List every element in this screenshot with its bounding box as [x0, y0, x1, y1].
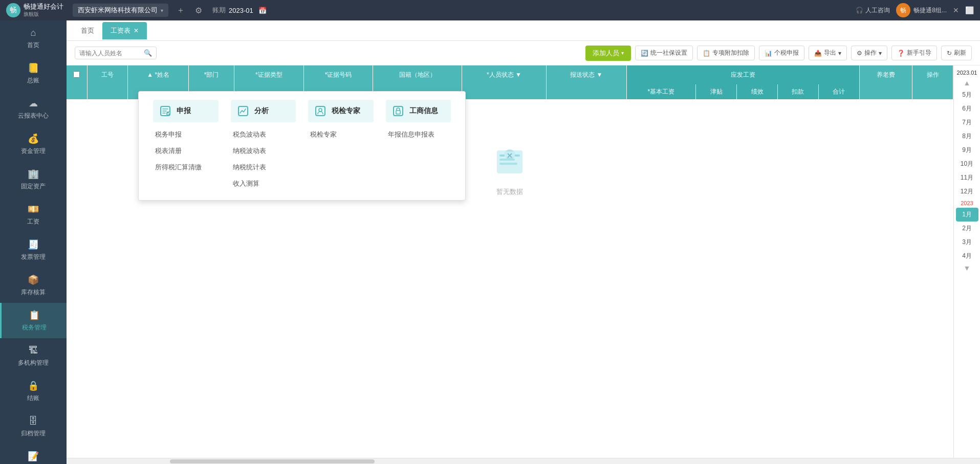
- menu-income-tax[interactable]: 所得税汇算清缴: [153, 159, 219, 175]
- export-arrow-icon: ▾: [838, 50, 841, 57]
- month-item-11[interactable]: 11月: [956, 171, 978, 185]
- sidebar-label-close: 结账: [27, 394, 39, 403]
- menu-tax-expert[interactable]: 税检专家: [308, 126, 374, 143]
- cat-header-declaration: 申报: [153, 100, 219, 122]
- category-analysis: 分析 税负波动表 纳税波动表 纳税统计表 收入测算: [225, 100, 302, 192]
- export-button[interactable]: 📤 导出 ▾: [809, 46, 847, 60]
- category-business: 工商信息 年报信息申报表: [380, 100, 458, 192]
- menu-tax-declaration[interactable]: 税务申报: [153, 126, 219, 143]
- menu-income-estimate[interactable]: 收入测算: [231, 175, 296, 192]
- tax-icon: 📋: [28, 309, 40, 321]
- month-item-2[interactable]: 2月: [956, 222, 978, 235]
- th-id: 工号: [87, 65, 128, 84]
- inventory-icon: 📦: [27, 274, 39, 286]
- sidebar-item-payroll[interactable]: 💴 工资: [0, 197, 67, 232]
- sidebar-item-xiaochang[interactable]: 📝 小畅报销: [0, 444, 67, 464]
- month-item-6[interactable]: 6月: [956, 102, 978, 116]
- refresh-button[interactable]: ↻ 刷新: [941, 46, 972, 60]
- cat-title-business: 工商信息: [409, 106, 438, 116]
- sidebar-item-archive[interactable]: 🗄 归档管理: [0, 409, 67, 444]
- deduction-icon: 📋: [703, 50, 710, 57]
- expense-icon: 📝: [27, 450, 39, 462]
- th-report-status[interactable]: 报送状态 ▼: [547, 65, 626, 84]
- cat-title-declaration: 申报: [177, 106, 191, 116]
- chevron-down-icon: ▾: [161, 8, 163, 13]
- calendar-icon[interactable]: 📅: [256, 5, 269, 16]
- payroll-icon: 💴: [27, 203, 39, 215]
- date-down-icon[interactable]: ▼: [963, 263, 972, 273]
- sidebar-label-inventory: 库存核算: [21, 288, 46, 297]
- th-id-no: *证据号码: [303, 65, 373, 84]
- horizontal-scrollbar[interactable]: [67, 458, 980, 464]
- month-item-9[interactable]: 9月: [956, 143, 978, 157]
- tab-payroll-table[interactable]: 工资表 ✕: [102, 22, 147, 39]
- svg-rect-3: [499, 163, 517, 165]
- maximize-icon[interactable]: ⬜: [965, 6, 974, 14]
- refresh-icon: ↻: [947, 50, 952, 57]
- sidebar-item-home[interactable]: ⌂ 首页: [0, 20, 67, 56]
- th-dept: *部门: [189, 65, 234, 84]
- company-selector[interactable]: 西安虾米网络科技有限公司 ▾: [73, 4, 168, 17]
- sidebar-item-funds[interactable]: 💰 资金管理: [0, 126, 67, 162]
- sidebar-item-close[interactable]: 🔒 结账: [0, 373, 67, 409]
- sidebar-item-fixed[interactable]: 🏢 固定资产: [0, 162, 67, 197]
- menu-annual-report[interactable]: 年报信息申报表: [386, 126, 451, 143]
- sidebar-item-multi[interactable]: 🏗 多机构管理: [0, 338, 67, 373]
- th-name[interactable]: ▲ *姓名: [128, 65, 189, 84]
- sidebar-item-invoice[interactable]: 🧾 发票管理: [0, 232, 67, 268]
- search-input[interactable]: [79, 50, 141, 57]
- empty-illustration: [489, 140, 530, 181]
- close-window-icon[interactable]: ✕: [953, 6, 959, 14]
- table-container: 工号 ▲ *姓名 *部门 *证据类型: [67, 65, 953, 458]
- special-deduction-button[interactable]: 📋 专项附加扣除: [697, 46, 755, 60]
- individual-tax-button[interactable]: 📊 个税申报: [759, 46, 804, 60]
- add-icon[interactable]: ＋: [175, 3, 187, 18]
- social-insurance-label: 统一社保设置: [650, 49, 687, 57]
- sidebar-label-tax: 税务管理: [22, 323, 47, 332]
- guide-label: 新手引导: [907, 49, 931, 57]
- cat-header-analysis: 分析: [231, 100, 296, 122]
- sidebar-item-cloud[interactable]: ☁ 云报表中心: [0, 91, 67, 126]
- scroll-thumb[interactable]: [170, 459, 375, 463]
- month-item-5[interactable]: 5月: [956, 88, 978, 102]
- th-status[interactable]: *人员状态 ▼: [462, 65, 546, 84]
- date-up-icon[interactable]: ▲: [963, 78, 972, 88]
- menu-tax-change[interactable]: 纳税波动表: [231, 143, 296, 159]
- sidebar-item-inventory[interactable]: 📦 库存核算: [0, 268, 67, 303]
- th-sub-rstat: [547, 84, 626, 99]
- month-item-12[interactable]: 12月: [956, 185, 978, 198]
- month-item-4[interactable]: 4月: [956, 249, 978, 263]
- service-btn[interactable]: 🎧 人工咨询: [856, 6, 890, 15]
- social-insurance-button[interactable]: 🔄 统一社保设置: [635, 46, 693, 60]
- operations-button[interactable]: ⚙ 操作 ▾: [851, 46, 887, 60]
- sync-icon: 🔄: [641, 50, 648, 57]
- menu-tax-stat[interactable]: 纳税统计表: [231, 159, 296, 175]
- tab-home[interactable]: 首页: [73, 22, 102, 39]
- month-item-1[interactable]: 1月: [956, 208, 978, 222]
- add-person-button[interactable]: 添加人员 ▾: [585, 46, 631, 61]
- sidebar-label-payroll: 工资: [27, 217, 39, 226]
- sidebar-label-archive: 归档管理: [21, 429, 46, 438]
- th-region: 国籍（地区）: [373, 65, 462, 84]
- add-person-arrow-icon: ▾: [621, 50, 624, 56]
- month-item-3[interactable]: 3月: [956, 235, 978, 249]
- sidebar-item-ledger[interactable]: 📒 总账: [0, 56, 67, 91]
- month-item-8[interactable]: 8月: [956, 129, 978, 143]
- newbie-guide-button[interactable]: ❓ 新手引导: [891, 46, 937, 60]
- user-avatar-area[interactable]: 畅 畅捷通8组...: [896, 3, 947, 17]
- close-period-icon: 🔒: [27, 380, 39, 392]
- settings-icon[interactable]: ⚙: [193, 4, 204, 17]
- menu-tax-table[interactable]: 税表清册: [153, 143, 219, 159]
- cat-header-business: 工商信息: [386, 100, 451, 122]
- month-item-10[interactable]: 10月: [956, 157, 978, 171]
- tab-close-icon[interactable]: ✕: [134, 27, 139, 34]
- select-all-checkbox[interactable]: [73, 71, 80, 78]
- th-sub-perf: 绩效: [737, 84, 778, 99]
- header-actions: ＋ ⚙: [175, 3, 204, 18]
- popup-categories: 申报 税务申报 税表清册 所得税汇算清缴: [147, 100, 457, 192]
- fixed-icon: 🏢: [27, 168, 39, 180]
- th-checkbox[interactable]: [67, 65, 87, 84]
- month-item-7[interactable]: 7月: [956, 116, 978, 129]
- menu-tax-burden[interactable]: 税负波动表: [231, 126, 296, 143]
- sidebar-item-tax[interactable]: 📋 税务管理: [0, 303, 67, 338]
